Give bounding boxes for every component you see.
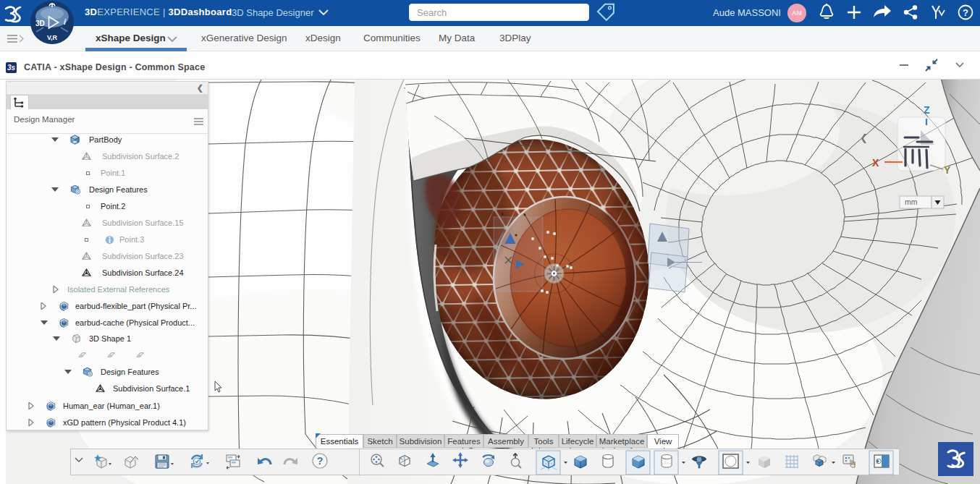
svg-text:Z: Z xyxy=(924,104,930,116)
svg-text:?: ? xyxy=(963,7,968,18)
svg-text:X: X xyxy=(872,157,879,169)
svg-text:?: ? xyxy=(317,455,324,467)
svg-text:3D: 3D xyxy=(35,20,45,27)
svg-text:mm: mm xyxy=(905,198,918,206)
svg-text:V,R: V,R xyxy=(47,34,58,41)
svg-text:Y: Y xyxy=(944,164,951,176)
svg-text:❮: ❮ xyxy=(860,132,868,144)
